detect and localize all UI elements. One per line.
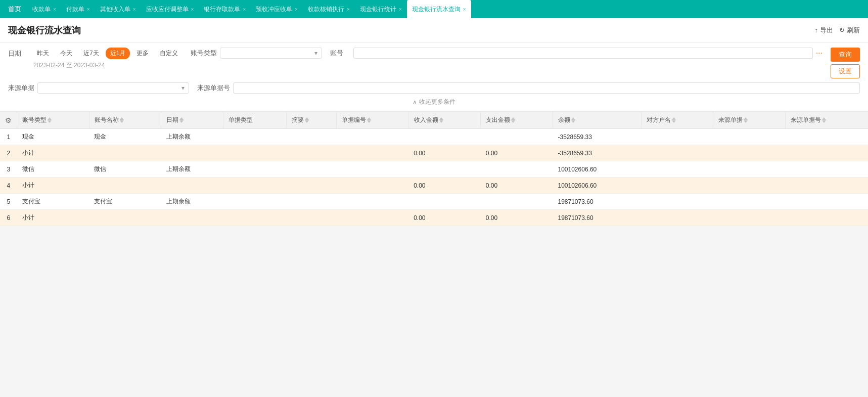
cell-counterparty [641,178,713,194]
more-options-icon[interactable]: ··· [816,49,823,58]
cell-account-name [89,210,161,226]
close-tab-icon[interactable]: × [399,7,402,12]
cell-account-type: 支付宝 [17,194,89,210]
nav-tab-收款核销执行[interactable]: 收款核销执行 × [303,0,355,18]
th-counterparty: 对方户名 [641,112,713,129]
nav-tab-其他收入单[interactable]: 其他收入单 × [95,0,141,18]
th-account-type: 账号类型 [17,112,89,129]
date-opt-today[interactable]: 今天 [56,48,77,59]
nav-tab-预收冲应收单[interactable]: 预收冲应收单 × [251,0,303,18]
date-options: 昨天 今天 近7天 近1月 更多 自定义 [32,48,182,59]
close-tab-icon[interactable]: × [295,7,298,12]
nav-tab-银行存取款单[interactable]: 银行存取款单 × [199,0,251,18]
source-doc-select[interactable]: ▾ [37,82,189,94]
query-button[interactable]: 查询 [831,48,860,62]
cell-balance: 100102606.60 [553,178,641,194]
table-row[interactable]: 5支付宝支付宝上期余额19871073.60 [0,194,868,210]
cell-source-doc-no [786,178,869,194]
cell-source-doc [713,161,786,178]
sort-icon [179,117,184,123]
account-type-label: 账号类型 [191,49,217,58]
cell-income: 0.00 [408,178,481,194]
table-header-row: ⚙ 账号类型 账号名称 [0,112,868,129]
table-row[interactable]: 2小计0.000.00-3528659.33 [0,145,868,161]
cell-doc-no [337,145,409,161]
close-tab-icon[interactable]: × [463,7,466,12]
export-button[interactable]: ↑ 导出 [815,26,834,35]
gear-icon[interactable]: ⚙ [5,116,12,124]
row-number: 5 [0,194,17,210]
close-tab-icon[interactable]: × [53,7,56,12]
cell-account-name: 微信 [89,161,161,178]
cell-account-name: 支付宝 [89,194,161,210]
th-gear: ⚙ [0,112,17,129]
cell-balance: -3528659.33 [553,145,641,161]
date-opt-more[interactable]: 更多 [132,48,153,59]
th-doc-no: 单据编号 [337,112,409,129]
cell-date: 上期余额 [161,129,223,145]
cell-summary [286,161,336,178]
row-number: 6 [0,210,17,226]
sort-icon [571,117,575,123]
sort-icon [822,117,826,123]
date-opt-yesterday[interactable]: 昨天 [32,48,54,59]
nav-home[interactable]: 首页 [2,0,27,18]
account-input[interactable] [353,48,812,59]
cell-balance: 100102606.60 [553,161,641,178]
top-navigation: 首页 收款单 × 付款单 × 其他收入单 × 应收应付调整单 × 银行存取款单 … [0,0,868,18]
cell-date: 上期余额 [161,161,223,178]
row-number: 2 [0,145,17,161]
close-tab-icon[interactable]: × [133,7,136,12]
date-opt-custom[interactable]: 自定义 [155,48,182,59]
cell-doc-no [337,161,409,178]
cell-doc-no [337,178,409,194]
nav-tab-付款单[interactable]: 付款单 × [61,0,95,18]
table-row[interactable]: 3微信微信上期余额100102606.60 [0,161,868,178]
th-balance: 余额 [553,112,641,129]
cell-doc-no [337,210,409,226]
nav-tab-应收应付调整单[interactable]: 应收应付调整单 × [141,0,199,18]
close-tab-icon[interactable]: × [243,7,246,12]
date-range: 2023-02-24 至 2023-03-24 [33,61,105,70]
cell-doc-type [223,129,287,145]
cell-source-doc [713,145,786,161]
cell-account-type: 微信 [17,161,89,178]
cell-counterparty [641,161,713,178]
account-type-select[interactable]: ▾ [220,48,322,59]
close-tab-icon[interactable]: × [191,7,194,12]
table-row[interactable]: 6小计0.000.0019871073.60 [0,210,868,226]
cell-expense: 0.00 [481,210,553,226]
sort-icon [672,117,676,123]
source-doc-label: 来源单据 [8,83,34,93]
cell-doc-type [223,194,287,210]
table-row[interactable]: 1现金现金上期余额-3528659.33 [0,129,868,145]
nav-tab-现金银行流水查询[interactable]: 现金银行流水查询 × [407,0,471,18]
settings-button[interactable]: 设置 [831,64,860,78]
cell-source-doc [713,194,786,210]
refresh-button[interactable]: ↻ 刷新 [839,26,860,35]
cell-income [408,161,481,178]
cell-expense: 0.00 [481,145,553,161]
collapse-bar[interactable]: ∧ 收起更多条件 [8,97,860,107]
close-tab-icon[interactable]: × [87,7,90,12]
source-doc-num-input[interactable] [233,82,860,94]
cell-account-type: 小计 [17,210,89,226]
nav-tab-收款单[interactable]: 收款单 × [27,0,61,18]
cell-expense [481,194,553,210]
chevron-down-icon2: ▾ [181,84,185,92]
cell-date: 上期余额 [161,194,223,210]
date-opt-1month[interactable]: 近1月 [106,48,130,59]
table-row[interactable]: 4小计0.000.00100102606.60 [0,178,868,194]
close-tab-icon[interactable]: × [347,7,350,12]
th-source-doc-no: 来源单据号 [786,112,869,129]
cell-expense [481,161,553,178]
date-opt-7days[interactable]: 近7天 [79,48,104,59]
sort-icon [48,117,52,123]
th-account-name: 账号名称 [89,112,161,129]
nav-tab-现金银行统计[interactable]: 现金银行统计 × [355,0,407,18]
filter-actions: 查询 设置 [831,48,860,78]
cell-doc-no [337,194,409,210]
cell-date [161,178,223,194]
sort-icon [511,117,515,123]
sort-icon [439,117,443,123]
